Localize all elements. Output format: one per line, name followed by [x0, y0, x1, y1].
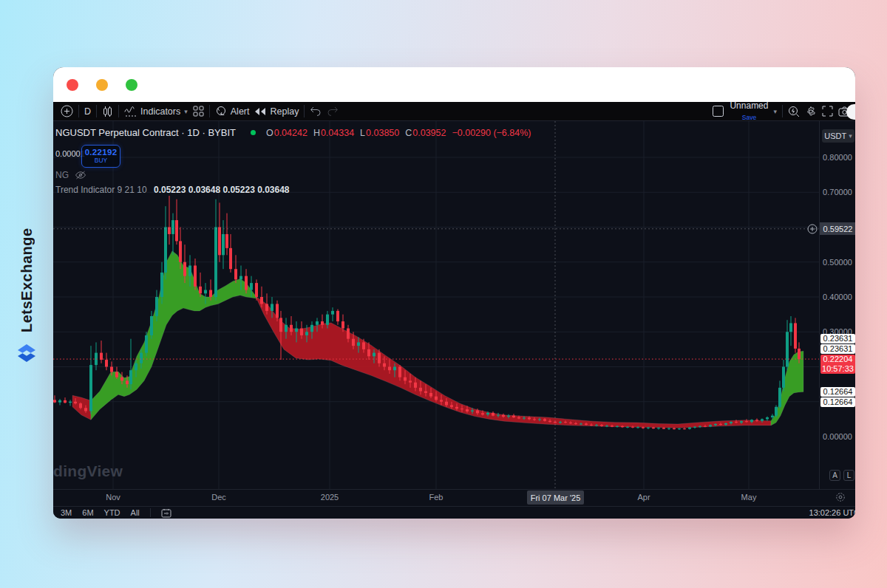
- eye-slash-icon[interactable]: [75, 171, 86, 180]
- indicator-band-price-tag: 0.12664: [820, 387, 855, 397]
- range-button-3m[interactable]: 3M: [61, 508, 72, 517]
- chart-toolbar: D Indicators ▾ Alert Replay: [53, 102, 855, 121]
- layout-name-button[interactable]: Unnamed Save: [730, 102, 768, 121]
- candle: [245, 269, 248, 293]
- candle: [336, 310, 339, 325]
- undo-button[interactable]: [310, 107, 322, 116]
- auto-scale-button[interactable]: A: [829, 470, 840, 481]
- buy-label: BUY: [82, 157, 120, 165]
- minimize-window-button[interactable]: [96, 79, 108, 91]
- candle: [95, 342, 98, 370]
- candle: [175, 199, 178, 245]
- change-value: −0.00290 (−6.84%): [452, 128, 531, 138]
- user-avatar[interactable]: [846, 104, 855, 120]
- close-window-button[interactable]: [67, 79, 78, 91]
- fullscreen-button[interactable]: [822, 106, 833, 117]
- trading-chart-app: D Indicators ▾ Alert Replay: [53, 102, 855, 519]
- indicator-band-price-tag: 0.12664: [820, 397, 855, 407]
- interval-button[interactable]: D: [84, 106, 91, 117]
- time-tick-label: Feb: [429, 493, 444, 502]
- price-tick-label: 0.70000: [820, 188, 855, 196]
- gear-icon: [805, 106, 817, 117]
- chart-style-button[interactable]: [102, 106, 113, 117]
- price-axis[interactable]: USDT ▾ A L 0.800000.700000.500000.400000…: [819, 121, 855, 489]
- replay-label: Replay: [270, 106, 299, 117]
- crosshair-date-tag: Fri 07 Mar '25: [527, 490, 584, 505]
- letsexchange-branding: LetsExchange: [10, 216, 43, 365]
- log-scale-button[interactable]: L: [843, 470, 854, 481]
- candle: [199, 273, 202, 297]
- price-tick-label: 0.80000: [820, 153, 855, 162]
- session-clock[interactable]: 13:02:26 UTC: [809, 508, 855, 517]
- candle: [794, 318, 797, 352]
- candlestick-chart-svg: [53, 121, 819, 489]
- currency-chevron-icon: ▾: [849, 132, 852, 140]
- alert-clock-icon: [215, 106, 227, 117]
- alert-button[interactable]: Alert: [215, 106, 250, 117]
- candle: [678, 428, 681, 430]
- replay-button[interactable]: Replay: [254, 106, 299, 117]
- candle: [58, 399, 61, 406]
- quick-search-icon: [788, 106, 800, 117]
- window-titlebar: [53, 67, 855, 102]
- ohlc-value: L0.03850: [360, 128, 399, 138]
- candle: [150, 311, 153, 339]
- layout-chevron-down-icon[interactable]: ▾: [773, 108, 777, 115]
- candle: [225, 213, 228, 256]
- candle: [786, 320, 789, 370]
- price-tick-label: 0.50000: [820, 258, 855, 267]
- candle: [789, 316, 792, 346]
- currency-label: USDT: [824, 131, 846, 140]
- candle: [331, 307, 334, 321]
- candle: [145, 332, 148, 356]
- candle: [214, 199, 217, 301]
- range-buttons: 3M6MYTDAll: [61, 508, 140, 517]
- candle: [89, 346, 92, 414]
- candle: [775, 405, 778, 417]
- indicator-band-price-tag: 0.23631: [820, 334, 855, 343]
- time-tick-label: May: [741, 493, 757, 502]
- buy-button[interactable]: 0.22192 BUY: [81, 145, 120, 168]
- candle: [69, 400, 72, 406]
- last-price-tag: 0.2220410:57:33: [820, 355, 855, 374]
- currency-selector[interactable]: USDT ▾: [822, 129, 854, 143]
- plus-circle-icon: [61, 105, 73, 117]
- hidden-series-row[interactable]: NG: [55, 170, 86, 180]
- candle: [782, 360, 785, 392]
- symbol-legend: NGUSDT Perpetual Contract · 1D · BYBIT O…: [55, 127, 531, 138]
- ohlc-values: O0.04242H0.04334L0.03850C0.03952−0.00290…: [266, 128, 531, 138]
- layout-grid-button[interactable]: [193, 106, 204, 117]
- layout-select-button[interactable]: [712, 105, 724, 117]
- settings-button[interactable]: [805, 106, 817, 117]
- save-layout-link[interactable]: Save: [742, 114, 756, 121]
- chart-pane[interactable]: NGUSDT Perpetual Contract · 1D · BYBIT O…: [53, 121, 819, 489]
- chevron-down-icon: ▾: [184, 108, 188, 115]
- range-button-all[interactable]: All: [131, 508, 140, 517]
- axis-settings-gear-icon[interactable]: [835, 492, 846, 502]
- redo-button[interactable]: [327, 107, 339, 116]
- crosshair-price-tag: 0.59522: [820, 222, 855, 235]
- undo-icon: [310, 107, 322, 116]
- candle: [105, 353, 108, 371]
- range-button-ytd[interactable]: YTD: [104, 508, 120, 517]
- time-axis[interactable]: Fri 07 Mar '25 NovDec2025FebAprMay: [53, 489, 855, 505]
- go-to-date-calendar-icon[interactable]: [161, 508, 171, 518]
- ohlc-value: C0.03952: [405, 128, 446, 138]
- indicators-button[interactable]: Indicators ▾: [124, 106, 188, 117]
- candle: [778, 380, 781, 408]
- ohlc-value: H0.04334: [313, 128, 354, 138]
- zoom-window-button[interactable]: [126, 79, 137, 91]
- symbol-plus-button[interactable]: [61, 105, 73, 117]
- interval-label: D: [84, 106, 91, 117]
- crosshair-add-alert-plus-icon[interactable]: [807, 224, 818, 234]
- quick-search-button[interactable]: [788, 106, 800, 117]
- candle: [115, 367, 118, 380]
- candle: [171, 213, 174, 256]
- symbol-title[interactable]: NGUSDT Perpetual Contract · 1D · BYBIT: [55, 127, 236, 138]
- letsexchange-logo-icon: [15, 341, 38, 365]
- indicator-legend-row[interactable]: Trend Indicator 9 21 10 0.05223 0.03648 …: [55, 185, 290, 195]
- candle: [229, 234, 232, 273]
- range-button-6m[interactable]: 6M: [82, 508, 93, 517]
- price-tick-label: 0.40000: [820, 293, 855, 301]
- time-tick-label: Apr: [637, 493, 650, 502]
